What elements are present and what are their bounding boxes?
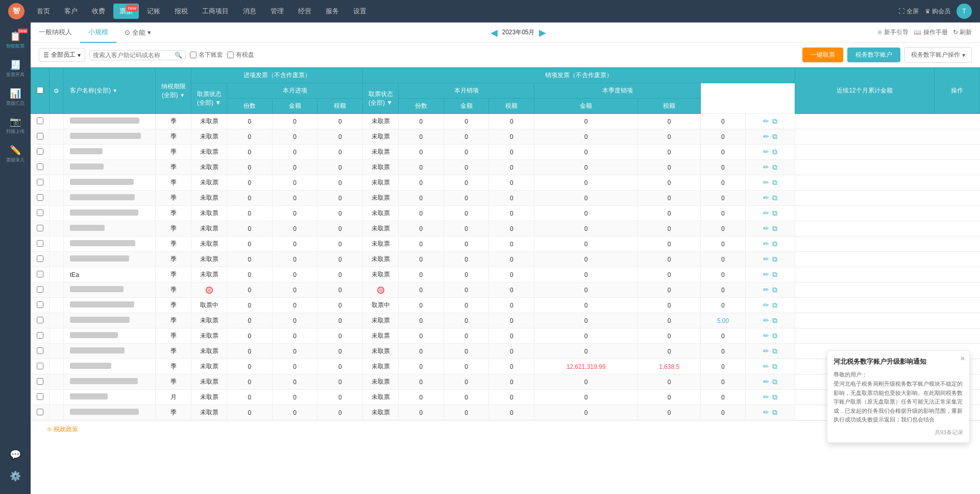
tab-general-taxpayer[interactable]: 一般纳税人 — [31, 22, 80, 43]
edit-icon[interactable]: ✏ — [763, 316, 769, 325]
tax-digital-account-btn[interactable]: 税务数字账户 — [847, 48, 900, 62]
checkbox-has-taxdisk[interactable]: 有税盘 — [227, 51, 254, 59]
copy-icon[interactable]: ⧉ — [772, 286, 777, 294]
settings-icon[interactable]: ⚙ — [54, 87, 59, 95]
copy-icon[interactable]: ⧉ — [772, 240, 777, 248]
nav-item-ops[interactable]: 经营 — [292, 4, 317, 19]
row-checkbox[interactable] — [37, 301, 43, 308]
new-guide-btn[interactable]: ⊙ 新手引导 — [877, 28, 909, 37]
sidebar-item-config[interactable]: ⚙️ — [8, 466, 23, 486]
row-checkbox[interactable] — [37, 194, 43, 201]
copy-icon[interactable]: ⧉ — [772, 332, 777, 340]
edit-icon[interactable]: ✏ — [763, 378, 769, 386]
row-checkbox[interactable] — [37, 271, 43, 277]
row-checkbox[interactable] — [37, 179, 43, 185]
row-checkbox[interactable] — [37, 225, 43, 231]
copy-icon[interactable]: ⧉ — [772, 362, 777, 371]
checkbox-sub-account[interactable]: 名下账套 — [190, 51, 223, 59]
edit-icon[interactable]: ✏ — [763, 301, 769, 310]
copy-icon[interactable]: ⧉ — [772, 393, 777, 402]
row-checkbox[interactable] — [37, 347, 43, 354]
edit-icon[interactable]: ✏ — [763, 163, 769, 172]
client-filter-icon[interactable]: ▼ — [112, 88, 117, 93]
manual-btn[interactable]: 📖 操作手册 — [914, 28, 947, 37]
nav-item-messages[interactable]: 消息 — [237, 4, 262, 19]
nav-item-customers[interactable]: 客户 — [58, 4, 84, 19]
nav-item-home[interactable]: 首页 — [31, 4, 56, 19]
nav-item-tickets[interactable]: 票据 new — [113, 4, 139, 19]
copy-icon[interactable]: ⧉ — [772, 194, 777, 202]
edit-icon[interactable]: ✏ — [763, 362, 769, 371]
period-filter-icon[interactable]: ▼ — [180, 92, 185, 98]
edit-icon[interactable]: ✏ — [763, 270, 769, 279]
sidebar-item-scan-upload[interactable]: 📷 扫描上传 — [0, 112, 31, 138]
in-status-filter-icon[interactable]: ▼ — [215, 99, 221, 106]
edit-icon[interactable]: ✏ — [763, 393, 769, 402]
copy-icon[interactable]: ⧉ — [772, 163, 777, 172]
period-next-btn[interactable]: ▶ — [539, 27, 546, 38]
copy-icon[interactable]: ⧉ — [772, 347, 777, 356]
tax-policy-link[interactable]: ⊙ 税政政策 — [39, 423, 86, 436]
sidebar-item-ticket-entry[interactable]: ✏️ 票据录入 — [0, 140, 31, 167]
nav-item-tax[interactable]: 报税 — [168, 4, 194, 19]
copy-icon[interactable]: ⧉ — [772, 117, 777, 126]
copy-icon[interactable]: ⧉ — [772, 148, 777, 156]
edit-icon[interactable]: ✏ — [763, 224, 769, 233]
edit-icon[interactable]: ✏ — [763, 194, 769, 202]
fullscreen-btn[interactable]: ⛶ 全屏 — [898, 7, 918, 16]
edit-icon[interactable]: ✏ — [763, 286, 769, 294]
edit-icon[interactable]: ✏ — [763, 178, 769, 187]
copy-icon[interactable]: ⧉ — [772, 132, 777, 141]
sidebar-item-smart-ticket[interactable]: 📋 智能取票 new — [0, 27, 31, 53]
nav-item-bizproject[interactable]: 工商项目 — [196, 4, 235, 19]
nav-item-billing[interactable]: 收费 — [86, 4, 111, 19]
row-checkbox[interactable] — [37, 378, 43, 385]
row-checkbox[interactable] — [37, 133, 43, 139]
tab-small-scale[interactable]: 小规模 — [80, 22, 116, 43]
row-checkbox[interactable] — [37, 209, 43, 216]
nav-item-accounting[interactable]: 记账 — [141, 4, 166, 19]
row-checkbox[interactable] — [37, 409, 43, 415]
vip-btn[interactable]: ♛ 购会员 — [925, 7, 950, 16]
copy-icon[interactable]: ⧉ — [772, 178, 777, 187]
select-all-checkbox[interactable] — [37, 87, 43, 93]
search-input[interactable] — [93, 52, 175, 59]
copy-icon[interactable]: ⧉ — [772, 378, 777, 386]
copy-icon[interactable]: ⧉ — [772, 270, 777, 279]
search-icon[interactable]: 🔍 — [175, 52, 182, 59]
row-checkbox[interactable] — [37, 363, 43, 369]
copy-icon[interactable]: ⧉ — [772, 255, 777, 264]
refresh-btn[interactable]: ↻ 刷新 — [953, 28, 972, 37]
edit-icon[interactable]: ✏ — [763, 408, 769, 417]
row-checkbox[interactable] — [37, 117, 43, 124]
edit-icon[interactable]: ✏ — [763, 240, 769, 248]
edit-icon[interactable]: ✏ — [763, 332, 769, 340]
tab-all-capable[interactable]: ⊙ 全能 ▾ — [116, 23, 159, 42]
employee-select[interactable]: ☰ 全部员工 ▾ — [39, 48, 85, 62]
row-checkbox[interactable] — [37, 393, 43, 400]
copy-icon[interactable]: ⧉ — [772, 408, 777, 417]
copy-icon[interactable]: ⧉ — [772, 209, 777, 218]
tax-digital-ops-btn[interactable]: 税务数字账户操作 ▾ — [904, 47, 972, 63]
nav-item-manage[interactable]: 管理 — [264, 4, 290, 19]
row-checkbox[interactable] — [37, 286, 43, 293]
edit-icon[interactable]: ✏ — [763, 255, 769, 264]
out-status-filter-icon[interactable]: ▼ — [386, 99, 393, 106]
row-checkbox[interactable] — [37, 163, 43, 170]
one-click-ticket-btn[interactable]: 一键取票 — [802, 48, 843, 62]
sidebar-item-invoice-open[interactable]: 🧾 发票开具 — [0, 55, 31, 82]
edit-icon[interactable]: ✏ — [763, 117, 769, 126]
sidebar-item-chat[interactable]: 💬 — [8, 445, 23, 464]
copy-icon[interactable]: ⧉ — [772, 316, 777, 325]
row-checkbox[interactable] — [37, 317, 43, 323]
row-checkbox[interactable] — [37, 255, 43, 262]
nav-item-service[interactable]: 服务 — [320, 4, 345, 19]
row-checkbox[interactable] — [37, 148, 43, 155]
period-prev-btn[interactable]: ◀ — [491, 27, 498, 38]
edit-icon[interactable]: ✏ — [763, 148, 769, 156]
sidebar-item-ticket-summary[interactable]: 📊 票据汇总 — [0, 84, 31, 110]
notification-close-btn[interactable]: ✕ — [960, 355, 965, 362]
edit-icon[interactable]: ✏ — [763, 347, 769, 356]
user-avatar[interactable]: T — [957, 4, 972, 19]
edit-icon[interactable]: ✏ — [763, 209, 769, 218]
